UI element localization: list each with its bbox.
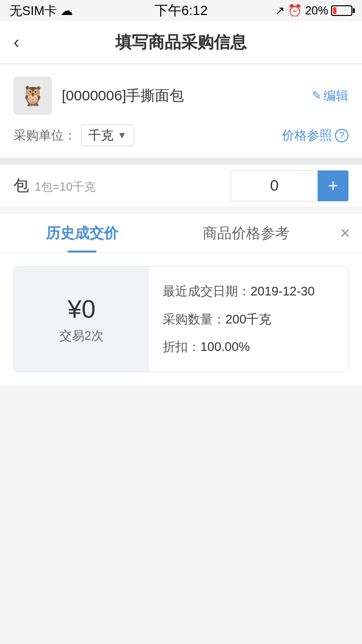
product-image: 🦉 <box>14 76 52 115</box>
price-detail-quantity: 采购数量：200千克 <box>163 309 334 330</box>
product-header: 🦉 [0000006]手撕面包 ✎ 编辑 <box>14 76 348 115</box>
price-ref-help-icon: ? <box>335 129 348 142</box>
nav-bar: ‹ 填写商品采购信息 <box>0 21 362 64</box>
battery-icon <box>331 5 352 16</box>
status-bar: 无SIM卡 ☁ 下午6:12 ↗ ⏰ 20% <box>0 0 362 21</box>
price-card-left: ¥0 交易2次 <box>14 267 149 372</box>
status-signal: 无SIM卡 ☁ <box>10 2 73 19</box>
tab-price-reference[interactable]: 商品价格参考 <box>164 214 328 252</box>
unit-select[interactable]: 千克 ▼ <box>81 125 134 146</box>
tab-close-button[interactable]: × <box>328 214 362 252</box>
quantity-row: 包 1包=10千克 0 + <box>0 165 362 207</box>
tab-history-price[interactable]: 历史成交价 <box>0 214 164 252</box>
battery-percent: 20% <box>305 4 328 17</box>
quantity-unit-main: 包 <box>14 175 29 196</box>
section-divider <box>0 158 362 165</box>
main-content <box>0 386 362 644</box>
product-left: 🦉 [0000006]手撕面包 <box>14 76 184 115</box>
price-detail-date: 最近成交日期：2019-12-30 <box>163 281 334 302</box>
quantity-unit-sub: 1包=10千克 <box>35 179 96 195</box>
product-name: [0000006]手撕面包 <box>62 86 184 106</box>
quantity-input-group: 0 + <box>231 170 348 201</box>
quantity-label-group: 包 1包=10千克 <box>14 175 96 196</box>
edit-icon: ✎ <box>312 89 321 102</box>
quantity-plus-button[interactable]: + <box>318 170 348 201</box>
status-right: ↗ ⏰ 20% <box>275 4 352 17</box>
back-button[interactable]: ‹ <box>14 32 19 53</box>
unit-selector-group: 采购单位： 千克 ▼ <box>14 125 134 146</box>
tab-section: 历史成交价 商品价格参考 × ¥0 交易2次 最近成交日期：2019-12-30… <box>0 214 362 386</box>
status-time: 下午6:12 <box>154 1 208 20</box>
location-icon: ↗ <box>275 4 285 17</box>
price-detail-discount: 折扣：100.00% <box>163 337 334 357</box>
price-amount: ¥0 <box>68 294 96 323</box>
unit-arrow-icon: ▼ <box>117 130 127 141</box>
tab-bar: 历史成交价 商品价格参考 × <box>0 214 362 253</box>
alarm-icon: ⏰ <box>288 4 302 17</box>
price-cards-container: ¥0 交易2次 最近成交日期：2019-12-30 采购数量：200千克 折扣：… <box>0 253 362 386</box>
price-trades: 交易2次 <box>59 327 104 344</box>
price-ref-button[interactable]: 价格参照 ? <box>282 127 348 144</box>
battery-fill <box>333 7 336 14</box>
unit-label: 采购单位： <box>14 127 76 144</box>
price-card: ¥0 交易2次 最近成交日期：2019-12-30 采购数量：200千克 折扣：… <box>14 266 348 372</box>
product-logo: 🦉 <box>21 84 45 107</box>
page-title: 填写商品采购信息 <box>115 31 247 54</box>
quantity-input[interactable]: 0 <box>231 170 318 201</box>
price-card-right: 最近成交日期：2019-12-30 采购数量：200千克 折扣：100.00% <box>149 267 348 372</box>
edit-button[interactable]: ✎ 编辑 <box>312 87 348 104</box>
product-unit-row: 采购单位： 千克 ▼ 价格参照 ? <box>14 125 348 146</box>
product-card: 🦉 [0000006]手撕面包 ✎ 编辑 采购单位： 千克 ▼ 价格参照 ? <box>0 65 362 158</box>
